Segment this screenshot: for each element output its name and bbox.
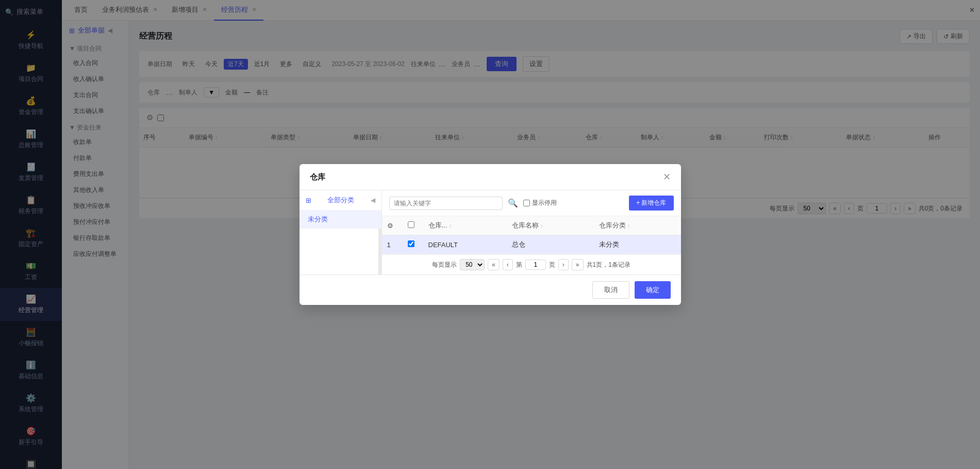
modal-left-collapse[interactable]: ◀ xyxy=(371,197,375,204)
modal-left-panel: ⊞ 全部分类 ◀ 未分类 xyxy=(300,190,382,274)
modal-page-label-pre: 第 xyxy=(516,261,522,269)
row-code: DEFAULT xyxy=(423,235,507,254)
cancel-button[interactable]: 取消 xyxy=(592,281,629,299)
modal-last-page[interactable]: » xyxy=(572,259,584,270)
modal-col-check xyxy=(403,216,423,235)
modal-search-icon[interactable]: 🔍 xyxy=(508,198,518,208)
modal-pagination: 每页显示 50 « ‹ 第 页 › » 共1页，1条记录 xyxy=(382,254,681,274)
modal-total-label: 共1页，1条记录 xyxy=(587,261,630,269)
show-disabled-text: 显示停用 xyxy=(532,199,557,207)
modal-body: ⊞ 全部分类 ◀ 未分类 🔍 显示停用 xyxy=(300,190,681,274)
modal-col-name: 仓库名称 ↕ xyxy=(507,216,594,235)
modal-col-category: 仓库分类 ↕ xyxy=(594,216,681,235)
row-category: 未分类 xyxy=(594,235,681,254)
modal-table-row[interactable]: 1 DEFAULT 总仓 未分类 xyxy=(382,235,681,254)
modal-search-input[interactable] xyxy=(389,197,503,210)
modal-left-all-categories[interactable]: ⊞ 全部分类 ◀ xyxy=(300,190,381,210)
modal-first-page[interactable]: « xyxy=(488,259,500,270)
modal-per-page-label: 每页显示 xyxy=(432,261,457,269)
modal-page-size-select[interactable]: 50 xyxy=(460,259,485,270)
modal-select-all[interactable] xyxy=(408,221,414,228)
left-scrollbar[interactable] xyxy=(378,229,381,274)
modal-title: 仓库 xyxy=(310,172,325,182)
modal-toolbar: 🔍 显示停用 + 新增仓库 xyxy=(382,190,681,216)
add-warehouse-btn[interactable]: + 新增仓库 xyxy=(629,196,673,211)
modal-header: 仓库 ✕ xyxy=(300,164,681,190)
modal-col-code: 仓库... ↕ xyxy=(423,216,507,235)
modal-warehouse-table: ⚙ 仓库... ↕ 仓库名称 ↕ xyxy=(382,216,681,254)
show-disabled-checkbox[interactable] xyxy=(523,200,530,206)
modal-next-page[interactable]: › xyxy=(558,259,569,270)
modal-right-panel: 🔍 显示停用 + 新增仓库 ⚙ xyxy=(382,190,681,274)
grid-icon-modal: ⊞ xyxy=(306,197,311,204)
warehouse-modal: 仓库 ✕ ⊞ 全部分类 ◀ 未分类 xyxy=(300,164,681,305)
row-checkbox[interactable] xyxy=(403,235,423,254)
gear-icon-table[interactable]: ⚙ xyxy=(387,222,393,230)
unclassified-label: 未分类 xyxy=(308,215,328,223)
modal-prev-page[interactable]: ‹ xyxy=(503,259,513,270)
all-categories-label: 全部分类 xyxy=(327,196,354,205)
confirm-button[interactable]: 确定 xyxy=(635,281,671,299)
row-index: 1 xyxy=(382,235,403,254)
modal-close-btn[interactable]: ✕ xyxy=(663,171,671,183)
show-disabled-label: 显示停用 xyxy=(523,199,557,207)
modal-page-input[interactable] xyxy=(525,260,546,270)
row-name: 总仓 xyxy=(507,235,594,254)
modal-overlay: 仓库 ✕ ⊞ 全部分类 ◀ 未分类 xyxy=(0,0,980,469)
modal-col-gear: ⚙ xyxy=(382,216,403,235)
modal-table-container: ⚙ 仓库... ↕ 仓库名称 ↕ xyxy=(382,216,681,254)
modal-page-label: 页 xyxy=(549,261,555,269)
modal-left-unclassified[interactable]: 未分类 xyxy=(300,210,381,229)
modal-footer: 取消 确定 xyxy=(300,274,681,305)
